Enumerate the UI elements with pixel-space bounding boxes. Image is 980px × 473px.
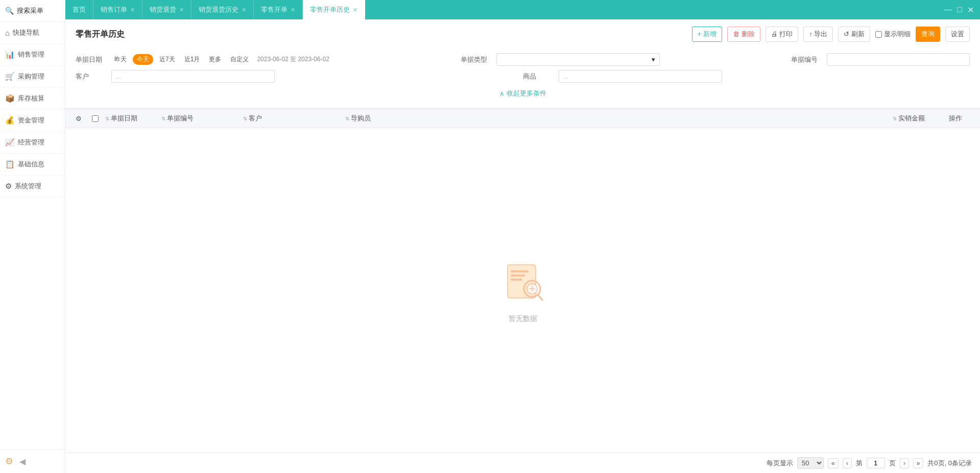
content-area: 零售开单历史 + 新增 🗑 删除 🖨 打印 ↑ 导出 ↺ 刷新 显示明细 查询 … <box>65 19 980 473</box>
th-num[interactable]: ⇅ 单据编号 <box>158 114 240 123</box>
sidebar-search[interactable]: 🔍 搜索采单 <box>0 0 65 22</box>
sidebar-item-quick-nav[interactable]: ⌂ 快捷导航 <box>0 22 65 44</box>
collapse-icon: ∧ <box>499 90 505 97</box>
close-window-btn[interactable]: ✕ <box>967 5 974 15</box>
tab-retail-open-close[interactable]: ✕ <box>291 7 295 13</box>
tab-sales-return[interactable]: 销货退货 ✕ <box>142 0 192 19</box>
page-number-input[interactable] <box>867 458 885 468</box>
th-amount[interactable]: ⇅ 实销金额 <box>403 114 935 123</box>
sidebar-item-purchase-mgmt[interactable]: 🛒 采购管理 <box>0 66 65 88</box>
page-label: 第 <box>856 459 863 468</box>
tab-bar: 首页 销售订单 ✕ 销货退货 ✕ 销货退货历史 ✕ 零售开单 ✕ 零售开单历史 … <box>65 0 980 19</box>
page-header: 零售开单历史 + 新增 🗑 删除 🖨 打印 ↑ 导出 ↺ 刷新 显示明细 查询 … <box>65 19 980 109</box>
sidebar-item-label: 销售管理 <box>18 50 44 59</box>
date-btn-7days[interactable]: 近7天 <box>156 54 178 65</box>
refresh-button[interactable]: ↺ 刷新 <box>838 27 870 42</box>
tab-sales-order-label: 销售订单 <box>101 5 127 14</box>
tab-retail-open[interactable]: 零售开单 ✕ <box>254 0 303 19</box>
th-amount-sort-icon: ⇅ <box>893 116 897 121</box>
export-button[interactable]: ↑ 导出 <box>803 27 833 42</box>
search-icon: 🔍 <box>5 7 14 15</box>
tab-sales-return-history[interactable]: 销货退货历史 ✕ <box>192 0 254 19</box>
th-guide-label: 导购员 <box>351 114 371 123</box>
date-btn-today[interactable]: 今天 <box>133 54 153 65</box>
operations-icon: 📈 <box>5 138 15 147</box>
type-dropdown-icon: ▾ <box>652 56 655 63</box>
minimize-btn[interactable]: — <box>944 5 952 14</box>
th-setting[interactable]: ⚙ <box>69 115 88 122</box>
tab-retail-history[interactable]: 零售开单历史 ✕ <box>303 0 365 19</box>
settings-bottom-icon[interactable]: ⚙ <box>5 456 13 467</box>
sidebar-item-base-info[interactable]: 📋 基础信息 <box>0 154 65 176</box>
th-customer-label: 客户 <box>249 114 262 123</box>
th-customer[interactable]: ⇅ 客户 <box>240 114 342 123</box>
date-btn-custom[interactable]: 自定义 <box>227 54 252 65</box>
tab-sales-order[interactable]: 销售订单 ✕ <box>93 0 142 19</box>
tab-sales-return-history-close[interactable]: ✕ <box>242 7 246 13</box>
tab-bar-right: — □ ✕ <box>944 5 980 15</box>
add-button[interactable]: + 新增 <box>692 27 722 42</box>
num-filter-input[interactable] <box>827 53 970 66</box>
print-button[interactable]: 🖨 打印 <box>766 27 799 42</box>
th-checkbox[interactable] <box>88 115 102 122</box>
next-page-btn[interactable]: › <box>900 458 909 468</box>
sidebar-item-sys-mgmt[interactable]: ⚙ 系统管理 <box>0 176 65 197</box>
sales-icon: 📊 <box>5 50 15 59</box>
maximize-btn[interactable]: □ <box>957 5 962 14</box>
type-filter-label: 单据类型 <box>461 55 496 64</box>
tab-sales-return-close[interactable]: ✕ <box>179 7 184 13</box>
tab-retail-open-label: 零售开单 <box>261 5 288 14</box>
sidebar-item-label: 库存核算 <box>18 94 44 103</box>
gear-icon: ⚙ <box>76 115 82 122</box>
first-page-btn[interactable]: « <box>828 458 839 468</box>
sidebar-bottom: ⚙ ◀ <box>0 449 65 473</box>
per-page-select[interactable]: 50 10 20 100 <box>797 457 824 469</box>
sidebar-item-label: 资金管理 <box>18 116 44 125</box>
settings-button[interactable]: 设置 <box>945 27 970 42</box>
tab-home-label: 首页 <box>73 5 86 14</box>
prev-page-btn[interactable]: ‹ <box>843 458 852 468</box>
base-info-icon: 📋 <box>5 160 15 169</box>
last-page-btn[interactable]: » <box>913 458 924 468</box>
sidebar-item-sales-mgmt[interactable]: 📊 销售管理 <box>0 44 65 66</box>
sidebar-item-label: 快捷导航 <box>13 28 39 37</box>
show-detail-checkbox[interactable]: 显示明细 <box>875 30 911 39</box>
sidebar-item-inventory[interactable]: 📦 库存核算 <box>0 88 65 110</box>
date-btn-1month[interactable]: 近1月 <box>181 54 203 65</box>
sidebar-item-operations[interactable]: 📈 经营管理 <box>0 132 65 154</box>
delete-button[interactable]: 🗑 删除 <box>727 27 760 42</box>
sidebar: 🔍 搜索采单 ⌂ 快捷导航 📊 销售管理 🛒 采购管理 📦 库存核算 💰 资金管… <box>0 0 65 473</box>
empty-illustration <box>497 257 548 308</box>
date-btn-more[interactable]: 更多 <box>206 54 224 65</box>
th-guide-sort-icon: ⇅ <box>345 116 349 121</box>
type-filter-select[interactable]: ▾ <box>496 53 660 66</box>
th-customer-sort-icon: ⇅ <box>243 116 247 121</box>
th-action: 操作 <box>935 114 976 123</box>
th-date-label: 单据日期 <box>111 114 137 123</box>
goods-filter-select[interactable]: ... <box>559 70 722 83</box>
th-guide[interactable]: ⇅ 导购员 <box>342 114 403 123</box>
tab-sales-order-close[interactable]: ✕ <box>130 7 135 13</box>
show-detail-input[interactable] <box>875 31 882 38</box>
date-options: 昨天 今天 近7天 近1月 更多 自定义 <box>111 54 252 65</box>
collapse-bar[interactable]: ∧ 收起更多条件 <box>76 87 970 103</box>
customer-filter-select[interactable]: ... <box>111 70 275 83</box>
date-btn-yesterday[interactable]: 昨天 <box>111 54 130 65</box>
num-filter-label: 单据编号 <box>791 55 827 64</box>
query-button[interactable]: 查询 <box>916 27 940 42</box>
tab-retail-history-close[interactable]: ✕ <box>353 7 357 13</box>
filter-area: 单据日期 昨天 今天 近7天 近1月 更多 自定义 2023-06-02 至 2… <box>76 48 970 108</box>
svg-rect-2 <box>511 275 525 277</box>
customer-placeholder: ... <box>116 72 122 80</box>
th-date[interactable]: ⇅ 单据日期 <box>102 114 158 123</box>
sidebar-item-finance[interactable]: 💰 资金管理 <box>0 110 65 132</box>
tab-sales-return-history-label: 销货退货历史 <box>199 5 238 14</box>
filter-row-date: 单据日期 昨天 今天 近7天 近1月 更多 自定义 2023-06-02 至 2… <box>76 53 970 66</box>
finance-icon: 💰 <box>5 116 15 125</box>
select-all-checkbox[interactable] <box>92 115 99 122</box>
sys-icon: ⚙ <box>5 182 12 191</box>
collapse-sidebar-icon[interactable]: ◀ <box>19 457 26 466</box>
toolbar: + 新增 🗑 删除 🖨 打印 ↑ 导出 ↺ 刷新 显示明细 查询 设置 <box>692 27 970 42</box>
tab-home[interactable]: 首页 <box>65 0 93 19</box>
sidebar-item-label: 采购管理 <box>18 72 44 81</box>
